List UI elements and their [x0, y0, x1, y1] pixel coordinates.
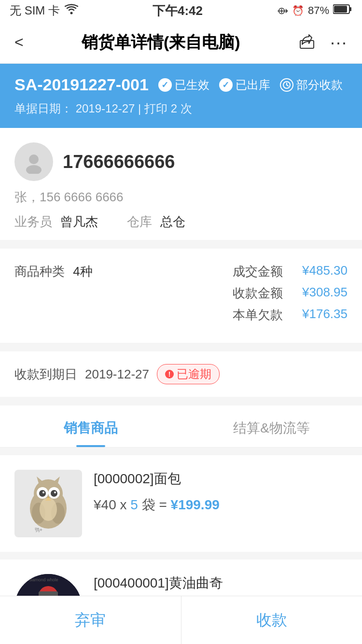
warehouse-label: 仓库 [127, 214, 152, 229]
debt-amount: ¥176.35 [302, 307, 348, 323]
badge-activated: ✓ 已生效 [158, 77, 209, 93]
svg-point-17 [42, 491, 44, 493]
salesperson-info: 业务员 曾凡杰 [14, 213, 98, 230]
status-time: 下午4:42 [153, 2, 203, 19]
summary-left: 商品种类 4种 [14, 263, 93, 280]
more-button[interactable]: ··· [330, 32, 348, 53]
customer-info-row: 业务员 曾凡杰 仓库 总仓 [14, 213, 348, 230]
product-name-2: [000400001]黄油曲奇 [94, 574, 348, 592]
divider-3 [0, 398, 362, 406]
due-date: 2019-12-27 [85, 367, 149, 382]
svg-text:鸮+: 鸮+ [35, 527, 42, 532]
salesperson-value: 曾凡杰 [60, 214, 98, 229]
due-section: 收款到期日 2019-12-27 ! 已逾期 [0, 351, 362, 397]
price-equals-1: = [159, 497, 170, 512]
svg-line-7 [287, 85, 288, 86]
wifi-icon [65, 4, 78, 17]
tab-section: 销售商品 结算&物流等 [0, 406, 362, 448]
nav-bar: < 销货单详情(来自电脑) ··· [0, 21, 362, 64]
svg-point-18 [54, 491, 56, 493]
svg-point-9 [26, 165, 42, 174]
deal-label: 成交金额 [233, 263, 283, 280]
salesperson-label: 业务员 [14, 214, 52, 229]
bottom-bar: 弃审 收款 [0, 596, 362, 644]
customer-row: 17666666666 [14, 142, 348, 181]
order-id: SA-20191227-001 [14, 75, 149, 94]
back-button[interactable]: < [14, 33, 24, 51]
total-1: ¥199.99 [171, 497, 220, 512]
received-amount: ¥308.95 [302, 285, 348, 302]
clock-icon [280, 78, 293, 92]
location-icon: ⟴ [277, 5, 288, 16]
type-label: 商品种类 [14, 264, 65, 279]
battery-icon [333, 4, 352, 17]
badge-shipped: ✓ 已出库 [219, 77, 270, 93]
overdue-icon: ! [165, 370, 174, 378]
product-item-1: 鸮+ [0000002]面包 ¥40 x 5 袋 = ¥199.99 [0, 455, 362, 552]
product-image-1: 鸮+ [14, 470, 82, 537]
svg-point-16 [51, 490, 57, 497]
deal-amount: ¥485.30 [302, 263, 348, 280]
svg-point-24 [40, 498, 57, 521]
page-title: 销货单详情(来自电脑) [82, 31, 240, 54]
warehouse-info: 仓库 总仓 [127, 213, 185, 230]
divider-1 [0, 241, 362, 249]
check-icon-1: ✓ [158, 78, 172, 92]
summary-section: 商品种类 4种 成交金额 ¥485.30 收款金额 ¥308.95 本单欠款 ¥… [0, 249, 362, 343]
debt-label: 本单欠款 [233, 307, 283, 323]
warehouse-value: 总仓 [160, 214, 185, 229]
due-label: 收款到期日 [14, 366, 77, 383]
svg-point-15 [39, 490, 46, 497]
order-header: SA-20191227-001 ✓ 已生效 ✓ 已出库 部分收款 单据日期： 2… [0, 64, 362, 128]
share-button[interactable] [298, 32, 316, 53]
product-price-1: ¥40 x 5 袋 = ¥199.99 [94, 496, 348, 514]
product-name-1: [0000002]面包 [94, 470, 348, 488]
overdue-text: 已逾期 [177, 366, 211, 382]
unit-1: 袋 [142, 497, 155, 512]
divider-2 [0, 344, 362, 351]
svg-rect-3 [334, 6, 347, 13]
status-left: 无 SIM 卡 [10, 3, 78, 18]
customer-sub: 张，156 6666 6666 [14, 189, 348, 206]
qty-1: 5 [130, 497, 138, 512]
customer-section: 17666666666 张，156 6666 6666 业务员 曾凡杰 仓库 总… [0, 128, 362, 240]
tab-sales[interactable]: 销售商品 [0, 406, 181, 447]
overdue-badge: ! 已逾期 [157, 364, 220, 384]
price-base-1: ¥40 [94, 497, 116, 512]
type-count: 4种 [73, 264, 92, 279]
order-meta: 单据日期： 2019-12-27 | 打印 2 次 [14, 101, 348, 116]
order-id-row: SA-20191227-001 ✓ 已生效 ✓ 已出库 部分收款 [14, 75, 348, 94]
check-icon-2: ✓ [219, 78, 233, 92]
price-multiply-1: x [120, 497, 131, 512]
svg-rect-2 [349, 7, 351, 11]
avatar [14, 142, 53, 181]
badge-partial-payment: 部分收款 [280, 77, 343, 93]
customer-name: 17666666666 [63, 152, 175, 172]
confirm-button[interactable]: 收款 [181, 596, 362, 644]
svg-point-0 [70, 12, 73, 14]
nav-actions: ··· [298, 32, 348, 53]
status-bar: 无 SIM 卡 下午4:42 ⟴ ⏰ 87% [0, 0, 362, 21]
svg-text:diamond whole: diamond whole [29, 577, 58, 582]
alarm-icon: ⏰ [292, 5, 304, 16]
svg-point-8 [29, 154, 39, 164]
deal-amount-row: 成交金额 ¥485.30 [233, 263, 348, 280]
debt-amount-row: 本单欠款 ¥176.35 [233, 307, 348, 323]
status-right: ⟴ ⏰ 87% [277, 4, 352, 17]
cancel-button[interactable]: 弃审 [0, 596, 181, 644]
sim-label: 无 SIM 卡 [10, 3, 60, 18]
battery-text: 87% [308, 4, 329, 17]
summary-right: 成交金额 ¥485.30 收款金额 ¥308.95 本单欠款 ¥176.35 [233, 263, 348, 328]
product-info-1: [0000002]面包 ¥40 x 5 袋 = ¥199.99 [94, 470, 348, 514]
received-amount-row: 收款金额 ¥308.95 [233, 285, 348, 302]
tab-settlement[interactable]: 结算&物流等 [181, 406, 362, 447]
received-label: 收款金额 [233, 285, 283, 302]
